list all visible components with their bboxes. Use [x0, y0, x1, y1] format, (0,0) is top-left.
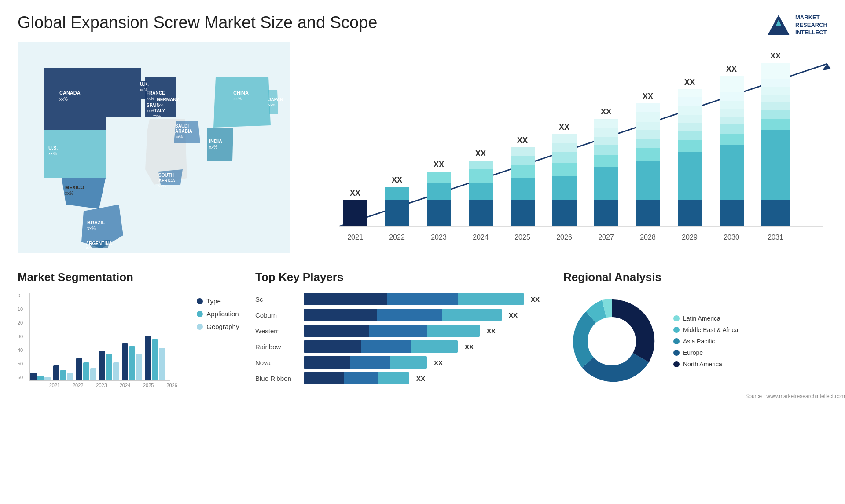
player-row-nova: Nova XX — [255, 356, 546, 369]
svg-text:xx%: xx% — [153, 114, 161, 118]
player-name-nova: Nova — [255, 359, 299, 366]
player-name-blueribbon: Blue Ribbon — [255, 375, 299, 382]
svg-rect-73 — [594, 145, 618, 155]
bar-geo-2021 — [44, 377, 51, 380]
player-row-western: Western XX — [255, 325, 546, 337]
svg-text:BRAZIL: BRAZIL — [87, 220, 105, 225]
legend-label-geo: Geography — [206, 323, 239, 330]
svg-rect-58 — [511, 178, 535, 200]
logo-icon — [767, 13, 791, 37]
player-bar-western-3 — [427, 325, 480, 337]
y-axis: 60 50 40 30 20 10 0 — [18, 293, 23, 381]
bar-app-2024 — [106, 354, 112, 380]
svg-text:MEXICO: MEXICO — [65, 185, 84, 190]
source-text: Source : www.marketresearchintellect.com — [563, 393, 845, 399]
svg-text:U.K.: U.K. — [140, 82, 149, 87]
svg-rect-100 — [720, 76, 744, 84]
player-xx-nova: XX — [434, 359, 447, 366]
player-xx-rainbow: XX — [465, 343, 478, 351]
svg-rect-79 — [636, 103, 660, 112]
bar-app-2021 — [37, 376, 44, 380]
bar-app-2026 — [152, 339, 158, 380]
svg-text:SOUTH: SOUTH — [158, 173, 174, 178]
svg-text:XX: XX — [770, 51, 781, 60]
svg-rect-57 — [511, 165, 535, 178]
player-bar-coburn-1 — [304, 309, 377, 321]
svg-rect-71 — [594, 128, 618, 137]
svg-text:xx%: xx% — [158, 184, 166, 188]
legend-dot-geo — [197, 324, 203, 330]
svg-rect-55 — [511, 147, 535, 156]
seg-bar-group-2023 — [76, 358, 97, 380]
svg-rect-81 — [636, 122, 660, 130]
player-bar-western-2 — [369, 325, 427, 337]
svg-text:xx%: xx% — [86, 246, 93, 250]
svg-text:AFRICA: AFRICA — [158, 178, 175, 183]
player-bar-coburn-2 — [377, 309, 443, 321]
svg-rect-121 — [761, 200, 790, 226]
svg-text:XX: XX — [601, 107, 611, 116]
bar-app-2023 — [83, 362, 89, 380]
legend-app: Application — [197, 310, 239, 318]
svg-text:xx%: xx% — [59, 97, 68, 102]
player-name-coburn: Coburn — [255, 311, 299, 319]
player-bar-nova-2 — [350, 356, 390, 369]
players-section: Top Key Players Sc XX Coburn — [255, 270, 546, 399]
svg-rect-72 — [594, 137, 618, 145]
player-bar-rainbow-3 — [411, 340, 458, 353]
svg-text:XX: XX — [726, 65, 737, 73]
player-name-rainbow: Rainbow — [255, 343, 299, 351]
svg-text:2022: 2022 — [389, 234, 405, 241]
svg-rect-84 — [636, 148, 660, 161]
page-title: Global Expansion Screw Market Size and S… — [18, 13, 377, 32]
seg-bar-group-2021 — [30, 373, 51, 380]
bar-chart-section: XX 2021 XX 2022 XX 2023 XX 2024 — [299, 42, 845, 262]
svg-rect-40 — [385, 187, 409, 200]
svg-rect-59 — [511, 200, 535, 226]
legend-dot-app — [197, 311, 203, 317]
svg-rect-64 — [552, 152, 577, 163]
svg-rect-115 — [761, 87, 790, 95]
bar-type-2024 — [99, 351, 105, 380]
svg-text:XX: XX — [475, 149, 486, 158]
seg-bars — [29, 293, 170, 381]
bar-type-2022 — [53, 365, 59, 380]
reg-legend-latin-america: Latin America — [673, 315, 738, 322]
reg-label-europe: Europe — [683, 349, 703, 356]
svg-text:XX: XX — [643, 92, 653, 101]
seg-legend: Type Application Geography — [197, 297, 239, 330]
legend-geo: Geography — [197, 323, 239, 330]
players-title: Top Key Players — [255, 270, 546, 284]
reg-label-asia-pacific: Asia Pacific — [683, 338, 715, 345]
svg-rect-56 — [511, 156, 535, 165]
svg-text:2026: 2026 — [556, 234, 572, 241]
legend-label-app: Application — [206, 310, 239, 318]
player-xx-sc: XX — [531, 296, 544, 303]
svg-rect-102 — [720, 92, 744, 101]
player-xx-western: XX — [487, 327, 500, 335]
bar-chart-svg: XX 2021 XX 2022 XX 2023 XX 2024 — [317, 51, 845, 253]
header: Global Expansion Screw Market Size and S… — [0, 0, 845, 42]
legend-label-type: Type — [206, 297, 221, 305]
bar-type-2023 — [76, 358, 82, 380]
svg-text:2021: 2021 — [347, 234, 363, 241]
map-section: CANADA xx% U.S. xx% MEXICO xx% BRAZIL xx… — [18, 42, 299, 262]
reg-label-latin-america: Latin America — [683, 315, 720, 322]
player-xx-coburn: XX — [509, 311, 522, 319]
svg-text:XX: XX — [392, 175, 402, 184]
svg-rect-45 — [427, 183, 451, 200]
legend-dot-type — [197, 298, 203, 304]
player-bar-sc-3 — [458, 293, 524, 305]
svg-rect-112 — [761, 63, 790, 71]
svg-rect-93 — [678, 123, 702, 131]
svg-rect-86 — [636, 200, 660, 226]
svg-rect-46 — [427, 200, 451, 226]
svg-rect-75 — [594, 167, 618, 200]
svg-text:xx%: xx% — [65, 191, 73, 196]
bar-type-2025 — [122, 343, 128, 380]
svg-rect-114 — [761, 79, 790, 87]
svg-text:U.S.: U.S. — [48, 145, 58, 150]
svg-rect-51 — [469, 183, 493, 200]
player-bar-blueribbon-3 — [378, 372, 409, 384]
bar-chart-wrapper: XX 2021 XX 2022 XX 2023 XX 2024 — [317, 51, 845, 240]
